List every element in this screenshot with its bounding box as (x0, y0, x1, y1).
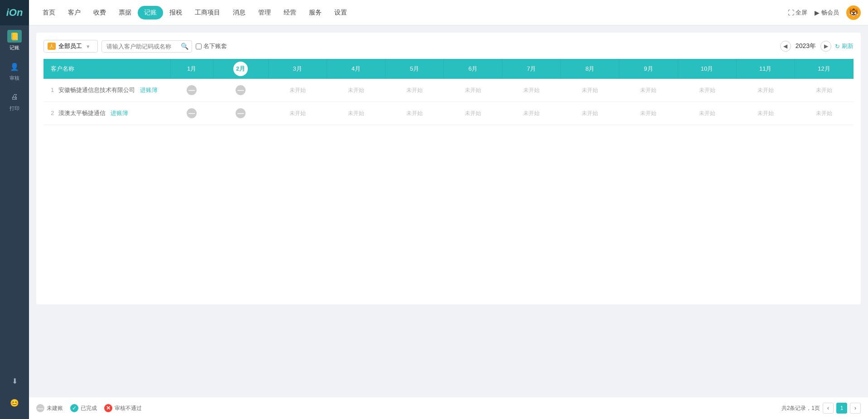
review-icon: 👤 (7, 60, 22, 73)
enter-ledger-link[interactable]: 进账簿 (111, 110, 128, 116)
month-cell-2: — (213, 79, 268, 102)
month-cell-6: 未开始 (444, 102, 502, 125)
sidebar-item-accounting[interactable]: 📒 记账 (0, 25, 29, 56)
topnav-right: ⛶ 全屏 ▶ 畅会员 🐯 (788, 5, 861, 20)
fullscreen-btn[interactable]: ⛶ 全屏 (788, 9, 807, 17)
page-1-btn[interactable]: 1 (836, 403, 847, 414)
search-input[interactable] (101, 40, 192, 53)
status-not-started: 未开始 (406, 110, 423, 116)
year-label: 2023年 (796, 42, 816, 50)
th-month-1: 1月 (170, 59, 213, 79)
month-cell-6: 未开始 (444, 79, 502, 102)
page-content: 人 全部员工 ▾ 🔍 名下账套 ◀ 2023年 ▶ (29, 25, 868, 397)
month-cell-1: — (170, 79, 213, 102)
status-dash: — (187, 85, 197, 95)
month-cell-3: 未开始 (268, 102, 327, 125)
sidebar-item-user-face[interactable]: 😊 (0, 392, 29, 414)
th-month-3: 3月 (268, 59, 327, 79)
nav-service[interactable]: 服务 (303, 6, 328, 19)
enter-ledger-link[interactable]: 进账簿 (140, 87, 158, 93)
search-icon[interactable]: 🔍 (181, 43, 188, 50)
nav-manage[interactable]: 管理 (252, 6, 277, 19)
nav-tax[interactable]: 报税 (163, 6, 188, 19)
nav-fee[interactable]: 收费 (87, 6, 112, 19)
nav-client[interactable]: 客户 (62, 6, 87, 19)
status-not-started: 未开始 (289, 87, 306, 93)
status-not-started: 未开始 (640, 110, 656, 116)
status-not-started: 未开始 (465, 110, 481, 116)
sidebar-label-accounting: 记账 (10, 44, 19, 51)
accounting-icon: 📒 (7, 30, 22, 43)
table-row: 2 漠澳太平畅捷通信 进账簿——未开始未开始未开始未开始未开始未开始未开始未开始… (43, 102, 854, 125)
footer: — 未建账 ✓ 已完成 ✕ 审核不通过 共2条记录，1页 ‹ 1 › (29, 397, 868, 419)
status-not-started: 未开始 (757, 110, 774, 116)
nav-accounting[interactable]: 记账 (138, 6, 163, 19)
prev-year-btn[interactable]: ◀ (780, 41, 791, 52)
status-dash: — (236, 85, 246, 95)
refresh-button[interactable]: ↻ 刷新 (835, 42, 854, 50)
myaccounts-checkbox-label[interactable]: 名下账套 (196, 42, 227, 50)
client-name: 漠澳太平畅捷通信 (58, 110, 106, 116)
client-num: 2 (51, 110, 54, 116)
th-month-11: 11月 (736, 59, 795, 79)
month-cell-7: 未开始 (502, 102, 561, 125)
next-page-btn[interactable]: › (850, 403, 861, 414)
status-dash: — (187, 108, 197, 118)
month-cell-9: 未开始 (619, 79, 678, 102)
nav-business[interactable]: 工商项目 (188, 6, 227, 19)
th-month-5: 5月 (385, 59, 444, 79)
dropdown-icon: ▾ (87, 43, 90, 50)
status-not-started: 未开始 (816, 87, 832, 93)
legend-label-completed: 已完成 (81, 405, 97, 412)
table-row: 1 安徽畅捷通信息技术有限公司 进账簿——未开始未开始未开始未开始未开始未开始未… (43, 79, 854, 102)
month-cell-4: 未开始 (327, 79, 385, 102)
main-area: 首页 客户 收费 票据 记账 报税 工商项目 消息 管理 经营 服务 设置 ⛶ … (29, 0, 868, 419)
toolbar: 人 全部员工 ▾ 🔍 名下账套 ◀ 2023年 ▶ (43, 40, 854, 53)
month-cell-12: 未开始 (795, 102, 853, 125)
table-body: 1 安徽畅捷通信息技术有限公司 进账簿——未开始未开始未开始未开始未开始未开始未… (43, 79, 854, 125)
vip-button[interactable]: ▶ 畅会员 (815, 9, 839, 17)
status-not-started: 未开始 (348, 87, 364, 93)
month-cell-7: 未开始 (502, 79, 561, 102)
month-cell-10: 未开始 (678, 79, 736, 102)
face-icon: 😊 (7, 396, 22, 409)
th-month-8: 8月 (561, 59, 619, 79)
status-not-started: 未开始 (289, 110, 306, 116)
next-year-btn[interactable]: ▶ (820, 41, 831, 52)
status-dash: — (236, 108, 246, 118)
month-cell-8: 未开始 (561, 79, 619, 102)
nav-home[interactable]: 首页 (36, 6, 62, 19)
status-not-started: 未开始 (406, 87, 423, 93)
client-num: 1 (51, 87, 54, 93)
search-wrap: 🔍 (101, 40, 192, 53)
status-not-started: 未开始 (582, 110, 598, 116)
sidebar-item-print[interactable]: 🖨 打印 (0, 86, 29, 116)
top-navigation: 首页 客户 收费 票据 记账 报税 工商项目 消息 管理 经营 服务 设置 ⛶ … (29, 0, 868, 25)
accounts-table: 客户名称 1月 2月 3月 4月 5月 6月 7月 8月 9月 (43, 59, 854, 125)
sidebar-item-download[interactable]: ⬇ (0, 370, 29, 392)
sidebar-label-review: 审核 (10, 75, 19, 82)
month-cell-9: 未开始 (619, 102, 678, 125)
user-avatar[interactable]: 🐯 (846, 5, 861, 20)
month-cell-10: 未开始 (678, 102, 736, 125)
myaccounts-checkbox[interactable] (196, 43, 202, 49)
nav-settings[interactable]: 设置 (328, 6, 353, 19)
status-not-started: 未开始 (757, 87, 774, 93)
th-month-6: 6月 (444, 59, 502, 79)
app-logo: iOn (0, 0, 29, 25)
client-name-cell: 2 漠澳太平畅捷通信 进账簿 (43, 102, 170, 125)
status-not-started: 未开始 (348, 110, 364, 116)
client-name-cell: 1 安徽畅捷通信息技术有限公司 进账簿 (43, 79, 170, 102)
accounts-table-wrap[interactable]: 客户名称 1月 2月 3月 4月 5月 6月 7月 8月 9月 (43, 59, 854, 125)
nav-message[interactable]: 消息 (227, 6, 252, 19)
nav-invoice[interactable]: 票据 (112, 6, 138, 19)
th-month-9: 9月 (619, 59, 678, 79)
legend-not-created: — 未建账 (36, 404, 63, 412)
status-not-started: 未开始 (640, 87, 656, 93)
employee-select[interactable]: 人 全部员工 ▾ (43, 40, 98, 53)
nav-operation[interactable]: 经营 (277, 6, 303, 19)
sidebar-item-review[interactable]: 👤 审核 (0, 56, 29, 86)
th-month-2-active: 2月 (213, 59, 268, 79)
prev-page-btn[interactable]: ‹ (823, 403, 834, 414)
print-icon: 🖨 (7, 91, 22, 103)
